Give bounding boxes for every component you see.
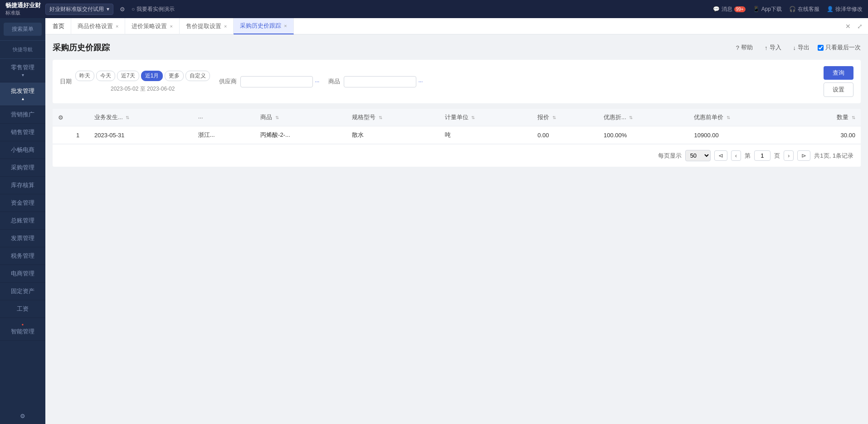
tab-home[interactable]: 首页: [49, 18, 71, 34]
content-area: 首页 商品价格设置 × 进价策略设置 × 售价提取设置 × 采购历史价跟踪 × …: [45, 18, 868, 424]
export-btn[interactable]: ↓ 导出: [790, 42, 814, 53]
demo-button[interactable]: ○ 我要看实例演示: [132, 5, 175, 13]
topbar-right: 💬 消息 99+ 📱 App下载 🎧 在线客服 👤 徐泽华修改: [713, 5, 863, 13]
sort-icon-pre-discount: ⇅: [727, 115, 730, 120]
th-discount[interactable]: 优惠折... ⇅: [598, 109, 689, 126]
sidebar-item-marketing[interactable]: 营销推广: [0, 106, 45, 124]
date-btn-yesterday[interactable]: 昨天: [75, 71, 94, 81]
settings-icon[interactable]: ⚙: [118, 4, 127, 14]
tab-purchase-history-label: 采购历史价跟踪: [240, 22, 281, 30]
goods-input[interactable]: [344, 76, 416, 87]
th-date[interactable]: 业务发生... ⇅: [89, 109, 193, 126]
online-service-btn[interactable]: 🎧 在线客服: [789, 5, 819, 13]
import-label: 导入: [770, 43, 781, 52]
supplier-more-btn[interactable]: ···: [315, 78, 319, 85]
date-btn-more[interactable]: 更多: [165, 71, 184, 81]
cell-checkbox: [53, 126, 71, 144]
date-btn-custom[interactable]: 自定义: [185, 71, 210, 81]
th-unit[interactable]: 计量单位 ⇅: [439, 109, 532, 126]
sidebar-item-smart[interactable]: ● 智能管理: [0, 318, 45, 341]
date-btn-7days[interactable]: 近7天: [117, 71, 139, 81]
total-info: 共1页, 1条记录: [814, 152, 853, 160]
th-spec-label: 规格型号: [352, 114, 375, 120]
sort-icon-unit: ⇅: [471, 115, 475, 120]
sidebar-item-finance[interactable]: 资金管理: [0, 194, 45, 212]
sort-icon-quantity: ⇅: [852, 115, 855, 120]
only-last-checkbox-label: 只看最后一次: [818, 43, 861, 52]
data-table: ⚙ 业务发生... ⇅ ··· 商品 ⇅: [53, 109, 861, 144]
tab-goods-price-close[interactable]: ×: [116, 24, 118, 29]
next-page-btn[interactable]: ›: [784, 150, 794, 161]
prev-page-btn[interactable]: ‹: [731, 150, 741, 161]
cell-discount: 100.00%: [598, 126, 689, 144]
last-page-btn[interactable]: ⊳: [797, 150, 810, 161]
table-container: ⚙ 业务发生... ⇅ ··· 商品 ⇅: [53, 109, 861, 167]
sidebar-item-salary[interactable]: 工资: [0, 300, 45, 318]
goods-filter-item: 商品 ···: [328, 76, 423, 87]
settings-filter-button[interactable]: 设置: [824, 82, 853, 97]
sort-icon-spec: ⇅: [379, 115, 382, 120]
tab-sale-price-close[interactable]: ×: [224, 24, 227, 29]
question-icon: ?: [736, 44, 739, 51]
import-btn[interactable]: ↑ 导入: [761, 42, 785, 53]
sidebar-item-sales[interactable]: 销售管理: [0, 124, 45, 141]
tab-purchase-strategy[interactable]: 进价策略设置 ×: [125, 18, 179, 34]
per-page-select[interactable]: 50 10 20 100: [685, 150, 711, 161]
th-price[interactable]: 报价 ⇅: [532, 109, 598, 126]
sidebar-item-retail[interactable]: 零售管理 ▾: [0, 59, 45, 82]
sidebar-item-tax[interactable]: 税务管理: [0, 247, 45, 265]
sidebar-item-accounting[interactable]: 总账管理: [0, 212, 45, 230]
th-pre-discount-price[interactable]: 优惠前单价 ⇅: [688, 109, 795, 126]
goods-label: 商品: [328, 77, 340, 86]
tab-sale-price[interactable]: 售价提取设置 ×: [180, 18, 234, 34]
sidebar-item-purchase[interactable]: 采购管理: [0, 159, 45, 177]
date-btn-1month[interactable]: 近1月: [141, 71, 163, 81]
only-last-checkbox[interactable]: [818, 45, 824, 51]
supplier-input[interactable]: [240, 76, 313, 87]
notifications-label: 消息: [722, 5, 732, 13]
date-btn-today[interactable]: 今天: [96, 71, 115, 81]
query-button[interactable]: 查询: [824, 66, 853, 80]
tab-purchase-history[interactable]: 采购历史价跟踪 ×: [234, 18, 293, 34]
help-btn[interactable]: ? 帮助: [732, 42, 756, 53]
chevron-icon: ▾: [22, 72, 24, 77]
th-quantity[interactable]: 数量 ⇅: [795, 109, 861, 126]
quick-nav-label[interactable]: 快捷导航: [4, 44, 42, 55]
search-menu-button[interactable]: 搜索菜单: [4, 23, 42, 36]
page-input[interactable]: [754, 150, 770, 161]
sidebar-item-inventory[interactable]: 库存核算: [0, 177, 45, 194]
app-download-btn[interactable]: 📱 App下载: [753, 5, 782, 13]
sort-icon-discount: ⇅: [629, 115, 633, 120]
first-page-btn[interactable]: ⊲: [714, 150, 727, 161]
notifications-btn[interactable]: 💬 消息 99+: [713, 5, 746, 13]
sidebar-item-ecommerce-small[interactable]: 小畅电商: [0, 141, 45, 159]
date-filter-item: 日期 昨天 今天 近7天 近1月 更多 自定义 2023-05-02 至 202…: [60, 71, 210, 93]
supplier-input-wrap: ···: [240, 76, 319, 87]
chevron-down-icon: ▾: [107, 6, 109, 12]
tab-purchase-strategy-close[interactable]: ×: [170, 24, 172, 29]
page-label: 第: [745, 152, 751, 160]
sidebar-item-inventory-label: 库存核算: [11, 181, 34, 189]
export-label: 导出: [798, 43, 809, 52]
version-selector[interactable]: 好业财标准版交付试用 ▾: [45, 4, 113, 15]
tab-maximize-btn[interactable]: ⤢: [855, 21, 864, 32]
tab-purchase-history-close[interactable]: ×: [284, 23, 287, 29]
tab-close-btn[interactable]: ✕: [844, 21, 853, 32]
sidebar-item-wholesale[interactable]: 批发管理 ▴: [0, 82, 45, 106]
th-spec[interactable]: 规格型号 ⇅: [346, 109, 439, 126]
sidebar-item-invoice[interactable]: 发票管理: [0, 230, 45, 247]
sidebar-item-ecommerce[interactable]: 电商管理: [0, 265, 45, 283]
tab-goods-price[interactable]: 商品价格设置 ×: [71, 18, 125, 34]
th-goods[interactable]: 商品 ⇅: [255, 109, 346, 126]
filter-bar: 日期 昨天 今天 近7天 近1月 更多 自定义 2023-05-02 至 202…: [53, 60, 861, 103]
download-icon: 📱: [753, 6, 760, 12]
user-menu-btn[interactable]: 👤 徐泽华修改: [827, 5, 863, 13]
sort-icon-date: ⇅: [126, 115, 129, 120]
date-filter: 昨天 今天 近7天 近1月 更多 自定义 2023-05-02 至 2023-0…: [75, 71, 210, 93]
app-subtitle: 标准版: [5, 10, 41, 16]
red-dot-icon: ●: [22, 323, 24, 327]
sidebar-settings-btn[interactable]: ⚙: [0, 408, 45, 424]
goods-more-btn[interactable]: ···: [418, 78, 423, 85]
sidebar-item-fixed-assets[interactable]: 固定资产: [0, 283, 45, 300]
th-more: ···: [193, 109, 255, 126]
